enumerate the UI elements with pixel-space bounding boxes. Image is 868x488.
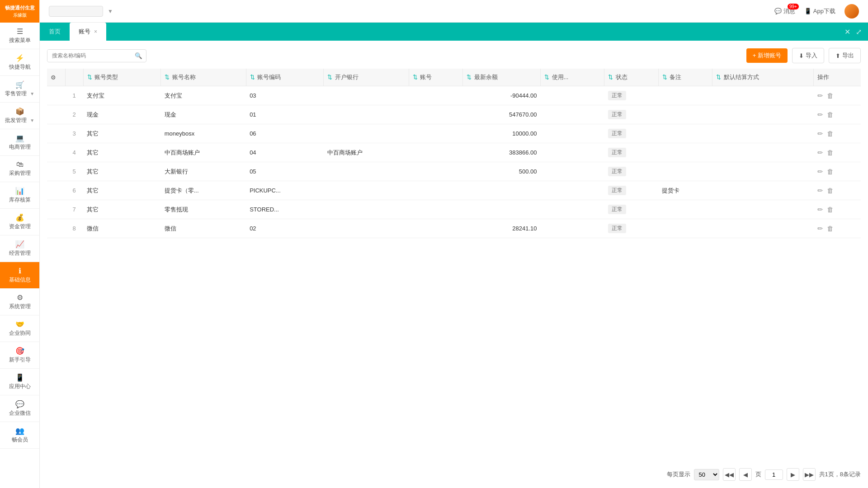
- header-dropdown-icon[interactable]: ▼: [108, 8, 113, 14]
- cell-open-bank: [324, 219, 409, 238]
- app-center-icon: 📱: [0, 373, 39, 382]
- edit-icon[interactable]: ✏: [817, 187, 823, 195]
- sidebar-item-system[interactable]: ⚙ 系统管理: [0, 289, 39, 315]
- cell-account-no: [409, 200, 463, 219]
- edit-icon[interactable]: ✏: [817, 206, 823, 214]
- sort-account-no-icon: ⇅: [413, 74, 418, 80]
- th-status[interactable]: ⇅ 状态: [604, 69, 659, 86]
- message-button[interactable]: 💬 消息 99+: [774, 7, 795, 15]
- search-menu-icon: ☰: [0, 27, 39, 36]
- main-content: ▼ 💬 消息 99+ 📱 App下载 首页 账号 × ✕: [40, 0, 868, 488]
- cell-remark: [658, 219, 712, 238]
- retail-dropdown-icon: ▼: [30, 91, 34, 96]
- tab-close-icon[interactable]: ×: [94, 28, 97, 35]
- toolbar-right: + 新增账号 ⬇ 导入 ⬆ 导出: [746, 48, 861, 63]
- th-open-bank[interactable]: ⇅ 开户银行: [324, 69, 409, 86]
- th-settings[interactable]: ⚙: [47, 69, 65, 86]
- th-account-name[interactable]: ⇅ 账号名称: [161, 69, 246, 86]
- sidebar-item-search-menu[interactable]: ☰ 搜索菜单: [0, 23, 39, 49]
- last-page-button[interactable]: ▶▶: [803, 468, 816, 481]
- th-latest-balance[interactable]: ⇅ 最新余额: [463, 69, 541, 86]
- delete-icon[interactable]: 🗑: [827, 225, 834, 233]
- first-page-button[interactable]: ◀◀: [723, 468, 736, 481]
- cell-settings: [47, 86, 65, 105]
- enterprise-icon: 🤝: [0, 320, 39, 328]
- sidebar-item-retail[interactable]: 🛒 零售管理 ▼: [0, 76, 39, 103]
- add-account-button[interactable]: + 新增账号: [746, 48, 788, 63]
- cell-account-name: 支付宝: [161, 86, 246, 105]
- settings-gear-icon: ⚙: [51, 74, 56, 81]
- sidebar-item-app-center[interactable]: 📱 应用中心: [0, 369, 39, 395]
- header-search-input[interactable]: [49, 6, 103, 17]
- cell-account-no: [409, 219, 463, 238]
- delete-icon[interactable]: 🗑: [827, 111, 834, 119]
- edit-icon[interactable]: ✏: [817, 168, 823, 176]
- sidebar-item-inventory[interactable]: 📊 库存核算: [0, 182, 39, 209]
- th-account-code[interactable]: ⇅ 账号编码: [246, 69, 324, 86]
- sort-remark-icon: ⇅: [662, 74, 667, 80]
- edit-icon[interactable]: ✏: [817, 92, 823, 100]
- basic-info-icon: ℹ: [0, 267, 39, 275]
- search-button[interactable]: 🔍: [131, 50, 146, 62]
- delete-icon[interactable]: 🗑: [827, 149, 834, 157]
- import-button[interactable]: ⬇ 导入: [792, 48, 824, 63]
- cell-latest-balance: [463, 200, 541, 219]
- th-default-settlement[interactable]: ⇅ 默认结算方式: [712, 69, 814, 86]
- app-download-button[interactable]: 📱 App下载: [804, 7, 835, 15]
- edit-icon[interactable]: ✏: [817, 149, 823, 157]
- avatar[interactable]: [844, 4, 859, 19]
- prev-page-button[interactable]: ◀: [739, 468, 752, 481]
- edit-icon[interactable]: ✏: [817, 225, 823, 233]
- cell-account-no: [409, 162, 463, 181]
- cell-use-status: [541, 219, 604, 238]
- sidebar-item-enterprise[interactable]: 🤝 企业协同: [0, 315, 39, 342]
- wechat-biz-icon: 💬: [0, 400, 39, 408]
- sidebar-item-operation[interactable]: 📈 经营管理: [0, 235, 39, 262]
- th-account-no[interactable]: ⇅ 账号: [409, 69, 463, 86]
- message-icon: 💬: [774, 8, 782, 14]
- cell-remark: [658, 200, 712, 219]
- page-size-select[interactable]: 50 100 200: [694, 469, 719, 480]
- tab-fullscreen-button[interactable]: ⤢: [854, 26, 863, 38]
- tab-home[interactable]: 首页: [40, 23, 70, 41]
- delete-icon[interactable]: 🗑: [827, 130, 834, 138]
- sidebar-item-ecommerce[interactable]: 💻 电商管理: [0, 129, 39, 156]
- delete-icon[interactable]: 🗑: [827, 92, 834, 100]
- sidebar-item-newbie[interactable]: 🎯 新手引导: [0, 342, 39, 369]
- next-page-button[interactable]: ▶: [787, 468, 799, 481]
- cell-num: 2: [65, 105, 83, 124]
- table-row: 1 支付宝 支付宝 03 -90444.00 正常 ✏ 🗑: [47, 86, 861, 105]
- tab-account[interactable]: 账号 ×: [70, 23, 106, 41]
- export-button[interactable]: ⬆ 导出: [829, 48, 861, 63]
- cell-open-bank: [324, 86, 409, 105]
- sidebar-item-purchase[interactable]: 🛍 采购管理: [0, 156, 39, 182]
- delete-icon[interactable]: 🗑: [827, 206, 834, 214]
- page-content: 🔍 + 新增账号 ⬇ 导入 ⬆ 导出: [40, 41, 868, 488]
- search-input[interactable]: [47, 50, 131, 61]
- th-use-status[interactable]: ⇅ 使用...: [541, 69, 604, 86]
- export-icon: ⬆: [835, 52, 840, 59]
- sidebar: 畅捷通付生意 乐缘版 ☰ 搜索菜单 ⚡ 快捷导航 🛒 零售管理 ▼ 📦 批发管理…: [0, 0, 40, 488]
- th-remark[interactable]: ⇅ 备注: [658, 69, 712, 86]
- delete-icon[interactable]: 🗑: [827, 168, 834, 176]
- pagination-bar: 每页显示 50 100 200 ◀◀ ◀ 页 ▶ ▶▶ 共1页，8条记录: [47, 464, 861, 481]
- system-icon: ⚙: [0, 293, 39, 302]
- sidebar-item-members[interactable]: 👥 畅会员: [0, 422, 39, 449]
- page-number-input[interactable]: [765, 469, 783, 480]
- sidebar-item-wholesale[interactable]: 📦 批发管理 ▼: [0, 103, 39, 129]
- th-account-type[interactable]: ⇅ 账号类型: [83, 69, 161, 86]
- newbie-icon: 🎯: [0, 347, 39, 355]
- delete-icon[interactable]: 🗑: [827, 187, 834, 195]
- sidebar-item-capital[interactable]: 💰 资金管理: [0, 209, 39, 235]
- edit-icon[interactable]: ✏: [817, 111, 823, 119]
- cell-default-settlement: [712, 86, 814, 105]
- cell-latest-balance: [463, 181, 541, 200]
- tab-close-button[interactable]: ✕: [843, 26, 852, 38]
- sidebar-item-basic-info[interactable]: ℹ 基础信息: [0, 262, 39, 289]
- edit-icon[interactable]: ✏: [817, 130, 823, 138]
- sidebar-item-quick-nav[interactable]: ⚡ 快捷导航: [0, 49, 39, 76]
- cell-use-status: [541, 124, 604, 143]
- cell-account-type: 微信: [83, 219, 161, 238]
- sidebar-item-wechat-biz[interactable]: 💬 企业微信: [0, 395, 39, 422]
- sort-account-type-icon: ⇅: [87, 74, 92, 80]
